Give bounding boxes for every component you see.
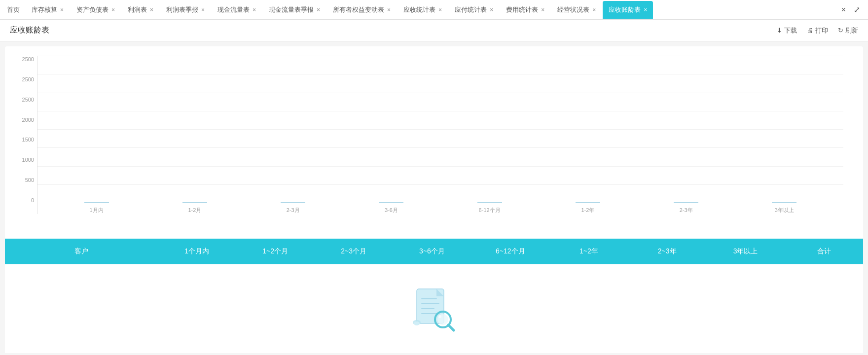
- bar-3-6m: [379, 202, 403, 203]
- bar-1m: [84, 202, 109, 203]
- refresh-label: 刷新: [845, 26, 858, 35]
- window-controls: × ⤢: [839, 3, 866, 16]
- th-6-12m: 6~12个月: [471, 247, 549, 256]
- svg-point-11: [414, 321, 420, 325]
- refresh-icon: ↻: [838, 27, 843, 34]
- tab-cashflow-close[interactable]: ×: [253, 6, 256, 13]
- print-button[interactable]: 🖨 打印: [807, 26, 828, 35]
- bar-group-6-12m: [468, 202, 512, 203]
- tab-payable-stat-label: 应付统计表: [455, 5, 487, 14]
- empty-state: [409, 284, 459, 333]
- tab-aging-close[interactable]: ×: [644, 6, 647, 13]
- tab-equity[interactable]: 所有者权益变动表 ×: [327, 1, 397, 19]
- tab-home[interactable]: 首页: [2, 1, 25, 19]
- x-label-3-6m: 3-6月: [369, 207, 413, 214]
- tab-receivable-stat-close[interactable]: ×: [438, 6, 442, 13]
- window-close-button[interactable]: ×: [839, 3, 848, 16]
- refresh-button[interactable]: ↻ 刷新: [838, 26, 858, 35]
- tab-profit-quarterly-close[interactable]: ×: [201, 6, 205, 13]
- tab-inventory[interactable]: 库存核算 ×: [26, 1, 70, 19]
- tab-profit-close[interactable]: ×: [150, 6, 153, 13]
- chart-container: 0 500 1000 1500 2000 2500 2500 2500: [15, 56, 843, 214]
- table-header: 客户 1个月内 1~2个月 2~3个月 3~6个月 6~12个月 1~2年 2~…: [5, 239, 863, 264]
- page-header: 应收账龄表 ⬇ 下载 🖨 打印 ↻ 刷新: [0, 20, 868, 41]
- bar-group-2-3y: [664, 202, 708, 203]
- tab-balance-label: 资产负债表: [76, 5, 108, 14]
- th-3y-plus: 3年以上: [706, 247, 785, 256]
- tab-receivable-stat[interactable]: 应收统计表 ×: [398, 1, 448, 19]
- tab-aging-label: 应收账龄表: [609, 5, 641, 14]
- y-label-2500a: 2500: [15, 97, 37, 103]
- tab-balance[interactable]: 资产负债表 ×: [71, 1, 121, 19]
- x-label-1-2y: 1-2年: [566, 207, 610, 214]
- tab-cashflow[interactable]: 现金流量表 ×: [212, 1, 262, 19]
- tab-profit-quarterly-label: 利润表季报: [166, 5, 198, 14]
- page-title: 应收账龄表: [10, 25, 49, 36]
- bar-2-3m: [281, 202, 305, 203]
- bars-container: [37, 56, 843, 203]
- tab-aging[interactable]: 应收账龄表 ×: [603, 1, 653, 19]
- print-icon: 🖨: [807, 27, 813, 34]
- svg-point-9: [438, 315, 441, 318]
- x-label-3y-plus: 3年以上: [762, 207, 806, 214]
- bar-2-3y: [674, 202, 698, 203]
- tab-operation-label: 经营状况表: [557, 5, 589, 14]
- tab-cashflow-quarterly-label: 现金流量表季报: [269, 5, 314, 14]
- tab-home-label: 首页: [7, 5, 20, 14]
- tab-payable-stat[interactable]: 应付统计表 ×: [449, 1, 499, 19]
- chart-plot: 1月内 1-2月 2-3月 3-6月 6-12个月 1-2年 2-3年 3年以上: [37, 56, 843, 214]
- y-label-500: 500: [15, 177, 37, 183]
- th-2-3m: 2~3个月: [315, 247, 393, 256]
- tab-operation-close[interactable]: ×: [592, 6, 596, 13]
- bar-6-12m: [477, 202, 502, 203]
- bar-group-1-2m: [173, 202, 217, 203]
- bar-3y-plus: [772, 202, 796, 203]
- tab-equity-label: 所有者权益变动表: [333, 5, 384, 14]
- x-label-1m: 1月内: [74, 207, 119, 214]
- x-axis: 1月内 1-2月 2-3月 3-6月 6-12个月 1-2年 2-3年 3年以上: [37, 207, 843, 214]
- tab-equity-close[interactable]: ×: [387, 6, 391, 13]
- tab-profit-quarterly[interactable]: 利润表季报 ×: [160, 1, 211, 19]
- bar-group-3y-plus: [762, 202, 806, 203]
- th-1m: 1个月内: [158, 247, 236, 256]
- print-label: 打印: [815, 26, 828, 35]
- tab-expense-stat[interactable]: 费用统计表 ×: [500, 1, 550, 19]
- x-label-2-3y: 2-3年: [664, 207, 708, 214]
- tab-expense-stat-label: 费用统计表: [506, 5, 538, 14]
- tab-inventory-label: 库存核算: [32, 5, 57, 14]
- main-content: 0 500 1000 1500 2000 2500 2500 2500: [5, 46, 863, 353]
- th-2-3y: 2~3年: [628, 247, 706, 256]
- window-maximize-button[interactable]: ⤢: [852, 3, 862, 16]
- tab-cashflow-quarterly-close[interactable]: ×: [317, 6, 320, 13]
- x-label-6-12m: 6-12个月: [468, 207, 512, 214]
- download-button[interactable]: ⬇ 下载: [777, 26, 797, 35]
- table-body: [5, 264, 863, 353]
- tab-bar: 首页 库存核算 × 资产负债表 × 利润表 × 利润表季报 × 现金流量表 × …: [0, 0, 868, 20]
- th-1-2m: 1~2个月: [236, 247, 315, 256]
- header-actions: ⬇ 下载 🖨 打印 ↻ 刷新: [777, 26, 858, 35]
- bar-1-2m: [182, 202, 207, 203]
- tab-cashflow-label: 现金流量表: [217, 5, 250, 14]
- tab-payable-stat-close[interactable]: ×: [490, 6, 493, 13]
- y-label-2500b: 2500: [15, 76, 37, 82]
- tab-balance-close[interactable]: ×: [111, 6, 115, 13]
- bar-group-1-2y: [566, 202, 610, 203]
- bar-1-2y: [576, 202, 600, 203]
- tab-receivable-stat-label: 应收统计表: [403, 5, 435, 14]
- y-axis: 0 500 1000 1500 2000 2500 2500 2500: [15, 56, 37, 214]
- empty-illustration: [409, 284, 459, 333]
- tab-operation[interactable]: 经营状况表 ×: [551, 1, 602, 19]
- tab-profit[interactable]: 利润表 ×: [122, 1, 159, 19]
- tab-inventory-close[interactable]: ×: [60, 6, 64, 13]
- tab-cashflow-quarterly[interactable]: 现金流量表季报 ×: [263, 1, 326, 19]
- bar-group-3-6m: [369, 202, 413, 203]
- download-label: 下载: [784, 26, 797, 35]
- th-total: 合计: [785, 247, 863, 256]
- svg-line-8: [448, 325, 454, 330]
- tab-expense-stat-close[interactable]: ×: [541, 6, 544, 13]
- bar-group-1m: [74, 202, 119, 203]
- y-label-0: 0: [15, 197, 37, 203]
- tab-profit-label: 利润表: [128, 5, 147, 14]
- y-label-1500: 1500: [15, 137, 37, 142]
- chart-area: 0 500 1000 1500 2000 2500 2500 2500: [5, 46, 863, 239]
